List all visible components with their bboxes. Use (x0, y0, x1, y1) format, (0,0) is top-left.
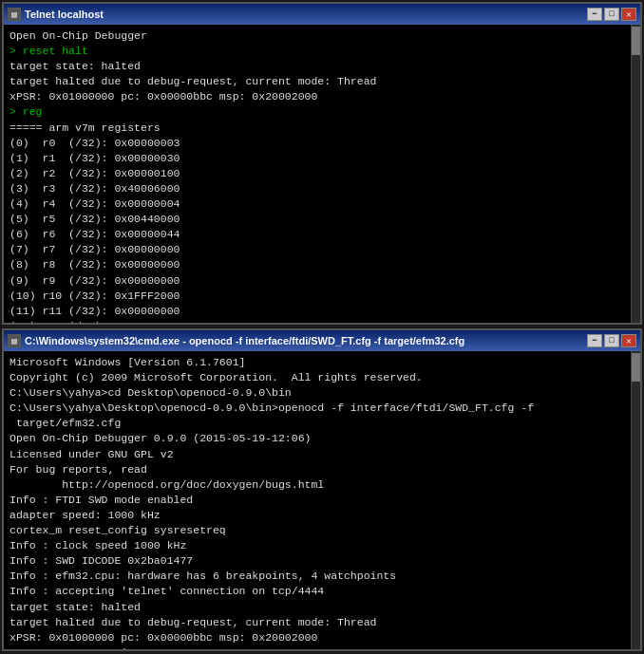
terminal-line: (7) r7 (/32): 0x00000000 (9, 242, 625, 257)
terminal-line: (9) r9 (/32): 0x00000000 (9, 273, 625, 289)
terminal-line: Info : clock speed 1000 kHz (9, 538, 625, 553)
terminal-line: target/efm32.cfg (9, 416, 625, 431)
terminal-line: (1) r1 (/32): 0x00000030 (9, 151, 625, 166)
terminal-line: Open On-Chip Debugger 0.9.0 (2015-05-19-… (9, 431, 625, 446)
terminal-line: Copyright (c) 2009 Microsoft Corporation… (9, 370, 625, 385)
title-bar-2: ▤ C:\Windows\system32\cmd.exe - openocd … (4, 330, 640, 351)
close-button-2[interactable]: ✕ (621, 334, 636, 347)
terminal-line: C:\Users\yahya>cd Desktop\openocd-0.9.0\… (9, 385, 625, 401)
scrollbar-thumb-2[interactable] (632, 353, 640, 382)
terminal-line: xPSR: 0x01000000 pc: 0x00000bbc msp: 0x2… (9, 89, 625, 104)
terminal-line: http://openocd.org/doc/doxygen/bugs.html (9, 477, 625, 493)
terminal-output-1: Open On-Chip Debugger> reset halttarget … (4, 25, 631, 323)
terminal-line: (10) r10 (/32): 0x1FFF2000 (9, 289, 625, 304)
terminal-line: (4) r4 (/32): 0x00000004 (9, 196, 625, 212)
terminal-line: (6) r6 (/32): 0x00000044 (9, 227, 625, 242)
scrollbar-2[interactable] (631, 351, 640, 649)
terminal-line: (5) r5 (/32): 0x00440000 (9, 212, 625, 227)
maximize-button-1[interactable]: □ (604, 8, 619, 21)
terminal-area-2: Microsoft Windows [Version 6.1.7601]Copy… (4, 351, 640, 649)
terminal-line: target state: halted (9, 600, 625, 615)
title-bar-left-2: ▤ C:\Windows\system32\cmd.exe - openocd … (8, 334, 464, 347)
terminal-line: (12) r12 (/32): 0x00000000 (9, 319, 625, 323)
terminal-line: (0) r0 (/32): 0x00000003 (9, 136, 625, 151)
close-button-1[interactable]: ✕ (621, 8, 636, 21)
terminal-line: (8) r8 (/32): 0x00000000 (9, 257, 625, 272)
title-bar-left-1: ▤ Telnet localhost (8, 8, 104, 21)
terminal-icon-2: ▤ (8, 334, 21, 347)
terminal-line: ===== arm v7m registers (9, 121, 625, 136)
terminal-line: Info : SWD IDCODE 0x2ba01477 (9, 553, 625, 569)
terminal-line: > reset halt (9, 44, 625, 59)
terminal-line: C:\Users\yahya\Desktop\openocd-0.9.0\bin… (9, 401, 625, 416)
scrollbar-1[interactable] (631, 25, 640, 323)
terminal-line: target halted due to debug-request, curr… (9, 74, 625, 89)
terminal-line: target halted due to debug-request, curr… (9, 615, 625, 630)
terminal-line: For bug reports, read (9, 462, 625, 477)
maximize-button-2[interactable]: □ (604, 334, 619, 347)
terminal-area-1: Open On-Chip Debugger> reset halttarget … (4, 25, 640, 323)
terminal-line: adapter speed: 1000 kHz (9, 508, 625, 523)
terminal-line: (2) r2 (/32): 0x00000100 (9, 166, 625, 181)
title-bar-1: ▤ Telnet localhost − □ ✕ (4, 4, 640, 25)
minimize-button-1[interactable]: − (587, 8, 602, 21)
scrollbar-thumb-1[interactable] (632, 27, 640, 55)
terminal-line: Info : efm32.cpu: hardware has 6 breakpo… (9, 569, 625, 584)
terminal-line: Open On-Chip Debugger (9, 28, 625, 44)
window-title-2: C:\Windows\system32\cmd.exe - openocd -f… (25, 335, 464, 346)
window-controls-2: − □ ✕ (587, 334, 636, 347)
terminal-icon-1: ▤ (8, 8, 21, 21)
terminal-line: Licensed under GNU GPL v2 (9, 447, 625, 462)
terminal-line: cortex_m reset_config sysresetreq (9, 523, 625, 538)
terminal-output-2: Microsoft Windows [Version 6.1.7601]Copy… (4, 351, 631, 649)
terminal-line: Info : FTDI SWD mode enabled (9, 493, 625, 508)
minimize-button-2[interactable]: − (587, 334, 602, 347)
terminal-line: target state: halted (9, 59, 625, 74)
window-cmd: ▤ C:\Windows\system32\cmd.exe - openocd … (2, 328, 642, 651)
terminal-line: > reg (9, 104, 625, 120)
terminal-line: (3) r3 (/32): 0x40006000 (9, 181, 625, 196)
window-telnet: ▤ Telnet localhost − □ ✕ Open On-Chip De… (2, 2, 642, 325)
terminal-line: xPSR: 0x01000000 pc: 0x00000bbc msp: 0x2… (9, 630, 625, 645)
window-controls-1: − □ ✕ (587, 8, 636, 21)
terminal-line: Info : accepting 'telnet' connection on … (9, 584, 625, 599)
terminal-line: (11) r11 (/32): 0x00000000 (9, 304, 625, 319)
window-title-1: Telnet localhost (25, 9, 104, 20)
terminal-line: Microsoft Windows [Version 6.1.7601] (9, 355, 625, 370)
terminal-line: ===== arm v7m registers (9, 645, 625, 649)
